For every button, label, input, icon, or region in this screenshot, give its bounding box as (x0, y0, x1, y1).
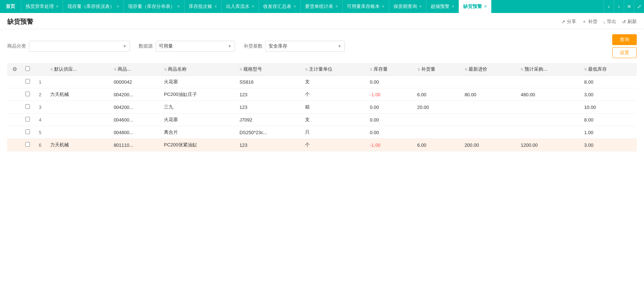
tab-bar: 首页拣货异常处理×现存量（库存状况表）×现存量（库存分布表）×库存批次账×出入库… (0, 0, 644, 13)
col-header-latest_price[interactable]: ⇅最新进价 (461, 63, 517, 76)
sort-icon-est_purchase: ⇅ (521, 67, 523, 71)
restock-basis-value: 安全库存 (269, 43, 287, 49)
filter-group-datasource: 数据源 可用量 ▼ (139, 41, 235, 52)
tab-prev-btn[interactable]: ‹ (604, 0, 614, 13)
row-num-4: 4 (34, 114, 47, 126)
tab-available-ledger[interactable]: 可用量库存账本× (343, 0, 389, 13)
row-checkbox-1[interactable] (25, 79, 30, 84)
row-checkbox-6[interactable] (25, 142, 30, 147)
col-header-est_purchase[interactable]: ⇅预计采购... (517, 63, 580, 76)
sort-icon-min_stock: ⇅ (584, 67, 587, 71)
cell-default_supplier-5 (47, 126, 110, 139)
tab-receipt-summary[interactable]: 收发存汇总表× (259, 0, 301, 13)
datasource-select[interactable]: 可用量 ▼ (156, 41, 235, 52)
category-select[interactable]: ▼ (29, 41, 130, 52)
cell-default_supplier-3 (47, 101, 110, 114)
tab-expiry-query[interactable]: 保质期查询× (389, 0, 426, 13)
tab-close-btn[interactable]: ✕ (624, 0, 634, 13)
page-title: 缺货预警 (7, 17, 33, 26)
tab-batch-account[interactable]: 库存批次账× (184, 0, 222, 13)
refresh-button[interactable]: ↺刷新 (622, 18, 637, 25)
export-button[interactable]: ↓导出 (603, 18, 617, 25)
tab-shortage-warning[interactable]: 缺货预警× (459, 0, 491, 13)
cell-stock-5: 0.00 (366, 126, 413, 139)
row-settings-3 (7, 101, 22, 114)
tab-close-expiry-query[interactable]: × (419, 4, 422, 9)
sort-icon-spec: ⇅ (239, 67, 242, 71)
filter-group-restock-basis: 补货基数 安全库存 ▼ (244, 41, 345, 52)
tab-close-available-ledger[interactable]: × (382, 4, 384, 9)
query-button[interactable]: 查询 (612, 34, 637, 45)
cell-stock-1: 0.00 (366, 76, 413, 88)
table-row: 4004600...火花塞J7092支0.008.00 (7, 114, 637, 126)
tab-in-out-flow[interactable]: 出入库流水× (222, 0, 259, 13)
cell-product_name-4: 火花塞 (160, 114, 236, 126)
tab-close-inventory-status[interactable]: × (117, 4, 119, 9)
cell-est_purchase-3 (517, 101, 580, 114)
tab-close-order-stats[interactable]: × (335, 4, 338, 9)
col-header-product_name[interactable]: ⇅商品名称 (160, 63, 236, 76)
cell-latest_price-2: 80.00 (461, 88, 517, 101)
cell-unit-1: 支 (301, 76, 366, 88)
tab-nav-buttons: ‹ › ✕ ⤢ (604, 0, 644, 13)
restock-icon: ＋ (582, 18, 587, 25)
cell-spec-4: J7092 (236, 114, 301, 126)
row-checkbox-4[interactable] (25, 117, 30, 122)
cell-stock-3: 0.00 (366, 101, 413, 114)
tab-fullscreen-btn[interactable]: ⤢ (634, 0, 644, 13)
filter-buttons: 查询 设置 (612, 34, 637, 58)
table-row: 3004200...三九123箱0.0020.0010.00 (7, 101, 637, 114)
refresh-icon: ↺ (622, 19, 626, 25)
tab-close-shortage-warning[interactable]: × (484, 4, 487, 9)
cell-stock-4: 0.00 (366, 114, 413, 126)
cell-default_supplier-6: 力天机械 (47, 139, 110, 151)
share-label: 分享 (567, 18, 576, 25)
col-header-spec[interactable]: ⇅规格型号 (236, 63, 301, 76)
col-header-default_supplier[interactable]: ⇅默认供应... (47, 63, 110, 76)
settings-gear-icon[interactable]: ⚙ (12, 66, 17, 72)
cell-product_name-3: 三九 (160, 101, 236, 114)
table-row: 10000042火花塞SS816支0.008.00 (7, 76, 637, 88)
cell-restock_qty-3: 20.00 (414, 101, 461, 114)
row-checkbox-2[interactable] (25, 92, 30, 96)
row-settings-5 (7, 126, 22, 139)
col-header-min_stock[interactable]: ⇅最低库存 (580, 63, 637, 76)
tab-inventory-dist[interactable]: 现存量（库存分布表）× (124, 0, 184, 13)
cell-latest_price-3 (461, 101, 517, 114)
restock-basis-select[interactable]: 安全库存 ▼ (265, 41, 345, 52)
share-button[interactable]: ↗分享 (561, 18, 576, 25)
datasource-label: 数据源 (139, 43, 153, 49)
row-checkbox-5[interactable] (25, 129, 30, 134)
cell-restock_qty-4 (414, 114, 461, 126)
col-header-stock[interactable]: ⇅库存量 (366, 63, 413, 76)
tab-close-in-out-flow[interactable]: × (252, 4, 254, 9)
tab-close-batch-account[interactable]: × (214, 4, 217, 9)
tab-close-receipt-summary[interactable]: × (293, 4, 296, 9)
export-label: 导出 (607, 18, 616, 25)
settings-button[interactable]: 设置 (612, 47, 637, 58)
restock-button[interactable]: ＋补货 (582, 18, 597, 25)
cell-min_stock-6: 3.00 (580, 139, 637, 151)
cell-product_code-4: 004600... (110, 114, 160, 126)
tab-inventory-status[interactable]: 现存量（库存状况表）× (63, 0, 124, 13)
tab-next-btn[interactable]: › (614, 0, 624, 13)
category-label: 商品分类 (7, 43, 26, 49)
tab-close-inventory-dist[interactable]: × (177, 4, 180, 9)
datasource-arrow-icon: ▼ (228, 44, 232, 48)
tab-home[interactable]: 首页 (0, 0, 21, 13)
row-checkbox-3[interactable] (25, 104, 30, 109)
tab-defect-handling[interactable]: 拣货异常处理× (21, 0, 63, 13)
col-header-unit[interactable]: ⇅主计量单位 (301, 63, 366, 76)
tab-close-overstock-warning[interactable]: × (452, 4, 454, 9)
tab-close-defect-handling[interactable]: × (56, 4, 58, 9)
cell-product_name-5: 离合片 (160, 126, 236, 139)
tab-overstock-warning[interactable]: 超储预警× (426, 0, 459, 13)
cell-min_stock-4: 8.00 (580, 114, 637, 126)
col-header-restock_qty[interactable]: ⇅补货量 (414, 63, 461, 76)
tab-order-stats[interactable]: 要货单统计表× (301, 0, 343, 13)
data-table: ⚙⇅默认供应...⇅商品...⇅商品名称⇅规格型号⇅主计量单位⇅库存量⇅补货量⇅… (7, 63, 637, 151)
col-header-settings: ⚙ (7, 63, 22, 76)
restock-basis-label: 补货基数 (244, 43, 262, 49)
col-header-product_code[interactable]: ⇅商品... (110, 63, 160, 76)
select-all-checkbox[interactable] (25, 66, 30, 71)
